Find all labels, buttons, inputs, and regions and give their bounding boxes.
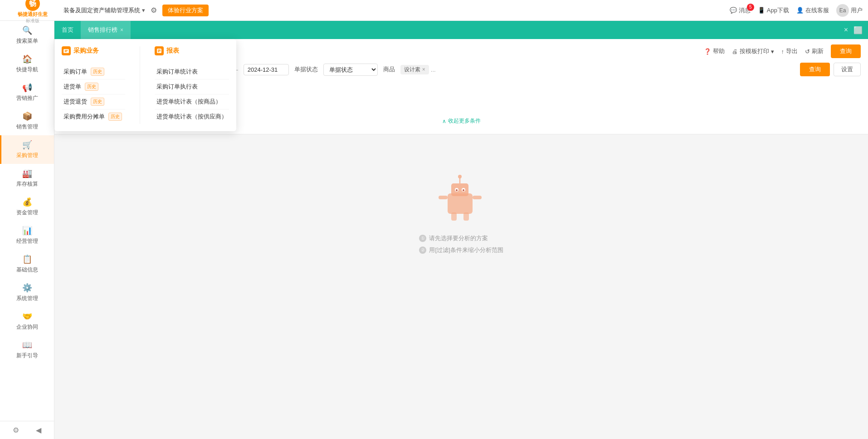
purchase-exec-label: 采购订单执行表 — [156, 83, 198, 91]
print-dropdown-icon[interactable]: ▾ — [771, 48, 774, 55]
marketing-icon: 📢 — [22, 83, 32, 93]
goods-tag-close[interactable]: × — [422, 66, 425, 73]
sidebar-item-inventory[interactable]: 🏭 库存核算 — [0, 164, 54, 192]
top-header: 畅 畅捷通好生意 标准版 装备及固定资产辅助管理系统 ▾ ⚙ 体验行业方案 💬 … — [0, 0, 868, 21]
svg-rect-0 — [448, 193, 473, 214]
tip-num-2: ② — [419, 247, 426, 254]
dropdown-item-return[interactable]: 进货退货 历史 — [62, 94, 125, 109]
refresh-label: 刷新 — [812, 47, 824, 55]
tab-close-icon[interactable]: × — [120, 27, 123, 33]
sidebar-label-search: 搜索菜单 — [16, 37, 38, 45]
print-label: 按模板打印 — [740, 47, 769, 55]
sidebar-collapse-btn[interactable]: ◀ — [36, 426, 41, 434]
search-icon: 🔍 — [22, 25, 32, 35]
query-btn[interactable]: 查询 — [831, 44, 861, 58]
home-icon: 🏠 — [22, 54, 32, 64]
tab-window-close-icon[interactable]: × — [844, 26, 848, 34]
tab-home-label: 首页 — [62, 26, 73, 34]
svg-rect-12 — [63, 49, 69, 53]
dropdown-item-purchase-exec[interactable]: 采购订单执行表 — [155, 79, 229, 94]
sidebar-label-inventory: 库存核算 — [16, 180, 38, 188]
online-service-label: 在线客服 — [805, 6, 829, 15]
finance-icon: 💰 — [22, 197, 32, 207]
dropdown-item-inbound[interactable]: 进货单 历史 — [62, 79, 125, 94]
print-btn[interactable]: 🖨 按模板打印 ▾ — [732, 47, 774, 55]
doc-status-select[interactable]: 单据状态 — [323, 64, 378, 76]
tip-num-1: ① — [419, 235, 426, 242]
sidebar: 🔍 搜索菜单 🏠 快捷导航 📢 营销推广 📦 销售管理 🛒 采购管理 🏭 库存核… — [0, 21, 54, 439]
sidebar-label-system: 系统管理 — [16, 295, 38, 302]
empty-svg — [434, 171, 488, 225]
refresh-btn[interactable]: ↺ 刷新 — [805, 47, 824, 55]
sidebar-item-guide[interactable]: 📖 新手引导 — [0, 335, 54, 364]
goods-tag: 设计素 × — [400, 65, 429, 74]
sidebar-item-cooperation[interactable]: 🤝 企业协同 — [0, 307, 54, 335]
industry-btn[interactable]: 体验行业方案 — [162, 5, 209, 16]
dropdown-arrow-icon[interactable]: ▾ — [142, 7, 145, 14]
dropdown-item-purchase-order[interactable]: 采购订单 历史 — [62, 64, 125, 79]
user-btn[interactable]: Ea 用户 — [836, 4, 863, 17]
sidebar-item-basic[interactable]: 📋 基础信息 — [0, 250, 54, 278]
tab-sales-rank[interactable]: 销售排行榜 × — [81, 21, 131, 39]
sidebar-label-quick: 快捷导航 — [16, 66, 38, 74]
export-label: 导出 — [786, 47, 798, 55]
message-icon: 💬 — [730, 7, 737, 14]
sidebar-item-operation[interactable]: 📊 经营管理 — [0, 221, 54, 250]
dropdown-item-expense[interactable]: 采购费用分摊单 历史 — [62, 109, 125, 124]
tab-bar-right: × ⬜ — [844, 26, 863, 35]
sidebar-label-sales: 销售管理 — [16, 123, 38, 131]
purchase-column-title: 采购业务 — [62, 46, 125, 59]
dropdown-item-purchase-stat[interactable]: 采购订单统计表 — [155, 64, 229, 79]
empty-illustration — [434, 171, 488, 225]
app-download-btn[interactable]: 📱 App下载 — [758, 6, 789, 15]
sidebar-item-sales[interactable]: 📦 销售管理 — [0, 107, 54, 135]
sidebar-label-purchase: 采购管理 — [16, 152, 38, 159]
sidebar-label-basic: 基础信息 — [16, 266, 38, 274]
operation-icon: 📊 — [22, 226, 32, 236]
hist-badge-3: 历史 — [108, 113, 122, 121]
sidebar-label-finance: 资金管理 — [16, 209, 38, 217]
tab-sales-rank-label: 销售排行榜 — [88, 26, 117, 34]
purchase-column: 采购业务 采购订单 历史 进货单 历史 进货退货 历史 采购费用分摊单 历史 — [62, 46, 125, 124]
svg-rect-9 — [463, 212, 469, 221]
message-btn[interactable]: 💬 消息 5 — [730, 6, 751, 15]
sidebar-item-quick[interactable]: 🏠 快捷导航 — [0, 49, 54, 78]
settings-icon[interactable]: ⚙ — [151, 6, 157, 15]
svg-rect-6 — [439, 196, 448, 199]
report-col-svg — [156, 48, 162, 54]
sidebar-settings-btn[interactable]: ⚙ — [13, 426, 19, 434]
sidebar-item-finance[interactable]: 💰 资金管理 — [0, 192, 54, 221]
sidebar-label-guide: 新手引导 — [16, 352, 38, 360]
app-download-label: App下载 — [767, 6, 789, 15]
svg-rect-1 — [451, 183, 468, 196]
sidebar-item-marketing[interactable]: 📢 营销推广 — [0, 78, 54, 107]
guide-icon: 📖 — [22, 340, 32, 350]
logo-area: 畅 畅捷通好生意 标准版 — [5, 0, 60, 24]
dropdown-item-inbound-by-goods[interactable]: 进货单统计表（按商品） — [155, 94, 229, 109]
help-btn[interactable]: ❓ 帮助 — [704, 47, 725, 55]
system-title: 装备及固定资产辅助管理系统 — [63, 6, 140, 15]
tab-window-max-icon[interactable]: ⬜ — [853, 26, 863, 35]
empty-text-block: ① 请先选择要分析的方案 ② 用[过滤]条件来缩小分析范围 — [419, 232, 503, 256]
collapse-up-icon: ∧ — [442, 118, 446, 124]
inventory-icon: 🏭 — [22, 168, 32, 178]
sidebar-item-search[interactable]: 🔍 搜索菜单 — [0, 21, 54, 49]
basic-icon: 📋 — [22, 254, 32, 264]
print-icon: 🖨 — [732, 48, 738, 55]
date-to-input[interactable] — [244, 64, 289, 75]
online-service-btn[interactable]: 👤 在线客服 — [796, 6, 829, 15]
purchase-order-label: 采购订单 — [63, 68, 87, 76]
settings-btn[interactable]: 设置 — [834, 63, 861, 76]
dropdown-item-inbound-by-supplier[interactable]: 进货单统计表（按供应商） — [155, 109, 229, 124]
report-column-title: 报表 — [155, 46, 229, 59]
sidebar-item-purchase[interactable]: 🛒 采购管理 — [0, 135, 54, 164]
cooperation-icon: 🤝 — [22, 311, 32, 321]
help-icon: ❓ — [704, 48, 711, 55]
goods-filter-area: 设计素 × ... — [400, 65, 436, 74]
sidebar-item-system[interactable]: ⚙️ 系统管理 — [0, 278, 54, 307]
export-btn[interactable]: ↑ 导出 — [781, 47, 798, 55]
logo-sub: 标准版 — [26, 18, 39, 24]
goods-dots-btn[interactable]: ... — [431, 66, 436, 73]
query-btn-2[interactable]: 查询 — [800, 63, 830, 76]
sidebar-bottom: ⚙ ◀ — [0, 421, 54, 439]
